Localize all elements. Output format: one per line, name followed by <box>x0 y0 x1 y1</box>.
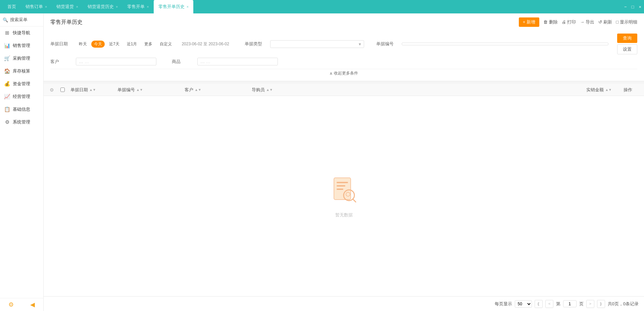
th-operation: 操作 <box>614 87 641 93</box>
goods-label: 商品 <box>172 59 192 65</box>
tab-home[interactable]: 首页 <box>3 0 21 13</box>
customer-input[interactable]: … … <box>76 58 156 65</box>
date-range-display: 2023-06-02 至 2023-06-02 <box>182 41 229 47</box>
house-icon: 🏠 <box>4 68 10 74</box>
prev-page-btn[interactable]: ＜ <box>545 300 553 308</box>
select-all-checkbox[interactable] <box>60 88 65 92</box>
system-icon: ⚙ <box>4 119 10 125</box>
th-customer[interactable]: 客户 ▲▼ <box>182 87 249 93</box>
page-size-select[interactable]: 50 100 200 <box>515 300 532 308</box>
sort-amount-icon: ▲▼ <box>605 88 612 92</box>
chevron-down-icon: ▾ <box>359 42 361 47</box>
last-page-btn[interactable]: ⟫ <box>597 300 605 308</box>
list-icon: 📋 <box>4 106 10 112</box>
goods-input[interactable]: … … <box>197 58 278 65</box>
collapse-bar[interactable]: ∧ 收起更多条件 <box>50 69 637 77</box>
doc-num-label: 单据编号 <box>376 41 396 47</box>
search-icon: 🔍 <box>3 17 8 22</box>
export-button[interactable]: → 导出 <box>580 19 594 25</box>
doc-type-select[interactable]: ▾ <box>270 40 364 48</box>
sort-date-icon: ▲▼ <box>89 88 96 92</box>
content-area: 零售开单历史 + 新增 🗑 删除 🖨 打印 → 导出 ↺ 刷新 □ 显示明细 单… <box>44 13 644 311</box>
th-amount[interactable]: 实销金额 ▲▼ <box>574 87 614 93</box>
sidebar-item-management[interactable]: 📈 经营管理 <box>0 90 43 103</box>
customer-label: 客户 <box>50 59 70 65</box>
close-tab-sales-return[interactable]: × <box>76 5 78 9</box>
toolbar: + 新增 🗑 删除 🖨 打印 → 导出 ↺ 刷新 □ 显示明细 <box>519 17 637 27</box>
sidebar-item-sales[interactable]: 📊 销售管理 <box>0 39 43 52</box>
window-close-btn[interactable]: × <box>639 4 641 9</box>
table-settings-icon[interactable]: ⚙ <box>50 87 54 93</box>
sort-docnum-icon: ▲▼ <box>136 88 143 92</box>
last1m-btn[interactable]: 近1月 <box>124 40 140 48</box>
empty-illustration <box>327 174 361 208</box>
sidebar-gear-btn[interactable]: ⚙ <box>8 301 14 308</box>
refresh-button[interactable]: ↺ 刷新 <box>598 19 612 25</box>
tab-retail-open[interactable]: 零售开单 × <box>122 0 153 13</box>
sidebar-item-system[interactable]: ⚙ 系统管理 <box>0 116 43 128</box>
sidebar-search[interactable]: 🔍 搜索采单 <box>0 13 43 27</box>
chart-icon: 📊 <box>4 43 10 49</box>
tab-sales-order[interactable]: 销售订单 × <box>21 0 52 13</box>
content-header: 零售开单历史 + 新增 🗑 删除 🖨 打印 → 导出 ↺ 刷新 □ 显示明细 单… <box>44 13 644 81</box>
graph-icon: 📈 <box>4 94 10 100</box>
sidebar-item-purchase[interactable]: 🛒 采购管理 <box>0 52 43 65</box>
today-btn[interactable]: 今天 <box>91 41 105 48</box>
pagination: 每页显示 50 100 200 ⟪ ＜ 第 页 ＞ ⟫ 共0页，0条记录 <box>44 296 644 311</box>
sidebar-item-basic-info[interactable]: 📋 基础信息 <box>0 103 43 116</box>
total-info: 共0页，0条记录 <box>608 301 639 307</box>
filter-area: 单据日期 昨天 今天 近7天 近1月 更多 自定义 2023-06-02 至 2… <box>50 30 637 81</box>
yesterday-btn[interactable]: 昨天 <box>76 40 90 48</box>
th-date[interactable]: 单据日期 ▲▼ <box>68 87 115 93</box>
window-min-btn[interactable]: − <box>624 4 627 9</box>
page-title: 零售开单历史 <box>50 19 83 26</box>
next-page-btn[interactable]: ＞ <box>586 300 594 308</box>
svg-point-6 <box>346 192 350 196</box>
th-docnum[interactable]: 单据编号 ▲▼ <box>115 87 182 93</box>
print-button[interactable]: 🖨 打印 <box>562 19 576 25</box>
collapse-icon: ∧ <box>330 71 333 76</box>
svg-line-5 <box>353 199 356 202</box>
delete-button[interactable]: 🗑 删除 <box>543 19 558 25</box>
close-tab-retail-open-history[interactable]: × <box>187 5 189 9</box>
svg-rect-1 <box>337 182 348 183</box>
sidebar-item-quicknav[interactable]: ⊞ 快捷导航 <box>0 27 43 39</box>
top-nav-bar: 首页 销售订单 × 销货退货 × 销货退货历史 × 零售开单 × 零售开单历史 … <box>0 0 644 13</box>
doc-num-input[interactable] <box>402 43 608 45</box>
sort-customer-icon: ▲▼ <box>195 88 201 92</box>
sidebar-bottom: ⚙ ◀ <box>0 298 43 311</box>
sidebar-item-finance[interactable]: 💰 资金管理 <box>0 77 43 90</box>
window-max-btn[interactable]: □ <box>632 4 634 9</box>
close-tab-retail-open[interactable]: × <box>147 5 149 9</box>
tab-retail-open-history[interactable]: 零售开单历史 × <box>154 0 193 13</box>
page-number-input[interactable] <box>563 300 577 307</box>
display-detail-button[interactable]: □ 显示明细 <box>616 19 637 25</box>
svg-rect-2 <box>337 185 345 187</box>
sidebar-collapse-btn[interactable]: ◀ <box>30 301 35 308</box>
tab-sales-return-history[interactable]: 销货退货历史 × <box>83 0 122 13</box>
close-tab-sales-return-history[interactable]: × <box>116 5 118 9</box>
empty-state: 暂无数据 <box>44 96 644 296</box>
empty-text: 暂无数据 <box>335 212 353 218</box>
tab-sales-return[interactable]: 销货退货 × <box>52 0 83 13</box>
grid-icon: ⊞ <box>4 30 10 36</box>
sort-guide-icon: ▲▼ <box>266 88 273 92</box>
svg-rect-3 <box>337 189 343 190</box>
th-guide[interactable]: 导购员 ▲▼ <box>249 87 574 93</box>
cart-icon: 🛒 <box>4 55 10 61</box>
window-controls: − □ × <box>624 4 641 9</box>
settings-button[interactable]: 设置 <box>617 44 637 54</box>
table-area: ⚙ 单据日期 ▲▼ 单据编号 ▲▼ 客户 ▲▼ 导购员 <box>44 84 644 296</box>
query-button[interactable]: 查询 <box>617 34 637 43</box>
custom-btn[interactable]: 自定义 <box>157 40 175 48</box>
more-btn[interactable]: 更多 <box>141 40 155 48</box>
sidebar: 🔍 搜索采单 ⊞ 快捷导航 📊 销售管理 🛒 采购管理 🏠 库存核算 💰 资金管… <box>0 13 44 311</box>
first-page-btn[interactable]: ⟪ <box>535 300 543 308</box>
close-tab-sales-order[interactable]: × <box>45 5 47 9</box>
doc-type-label: 单据类型 <box>245 41 265 47</box>
date-label: 单据日期 <box>50 41 70 47</box>
sidebar-item-inventory[interactable]: 🏠 库存核算 <box>0 65 43 77</box>
date-quick-btns: 昨天 今天 近7天 近1月 更多 自定义 <box>76 40 175 48</box>
add-button[interactable]: + 新增 <box>519 17 539 27</box>
last7-btn[interactable]: 近7天 <box>106 40 122 48</box>
